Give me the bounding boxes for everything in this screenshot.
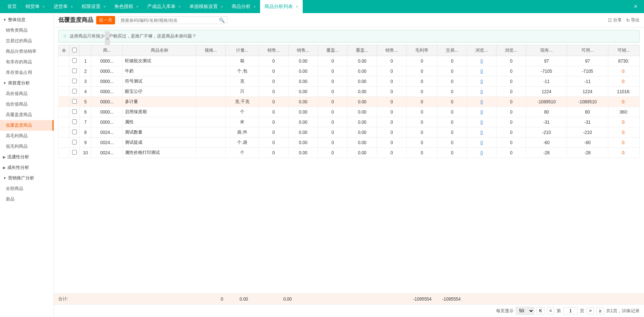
table-row: 8 0024... 测试数量 袋,件 0 0.00 0 0.00 0 0 0 0… <box>59 127 640 138</box>
sidebar-section-overall[interactable]: ▼ 整体信息 <box>0 15 54 25</box>
page-suffix: 页 <box>580 308 584 314</box>
nav-close-products[interactable]: × <box>178 4 181 9</box>
sidebar-section-marketing[interactable]: ▼ 营销推广分析 <box>0 173 54 183</box>
sidebar-item-low-value[interactable]: 低价值商品 <box>0 99 54 110</box>
row-checkbox[interactable] <box>72 150 77 155</box>
cell-browse1[interactable]: 0 <box>467 56 496 66</box>
sidebar-section-flow[interactable]: ▶ 流通性分析 <box>0 152 54 162</box>
sidebar-item-low-coverage[interactable]: 低覆盖度商品 <box>0 120 54 131</box>
cell-code: 0024... <box>91 138 123 148</box>
sidebar-item-all-goods[interactable]: 全部商品 <box>0 183 54 194</box>
browse-link[interactable]: 0 <box>480 79 483 84</box>
browse-link[interactable]: 0 <box>480 69 483 74</box>
cell-check[interactable] <box>70 87 80 97</box>
export-btn[interactable]: ↻ 导出 <box>626 17 640 23</box>
nav-item-products[interactable]: 产成品入库单 × <box>143 0 185 13</box>
browse-link[interactable]: 0 <box>480 130 483 135</box>
nav-item-roles[interactable]: 角色授权 × <box>110 0 143 13</box>
page-size-select[interactable]: 50 100 200 <box>516 307 534 315</box>
cell-check[interactable] <box>70 127 80 138</box>
cell-browse1[interactable]: 0 <box>467 127 496 138</box>
window-close-btn[interactable]: × <box>630 0 641 13</box>
cell-browse1[interactable]: 0 <box>467 87 496 97</box>
select-all-checkbox[interactable] <box>72 48 77 52</box>
nav-item-purchase[interactable]: 进货单 × <box>49 0 77 13</box>
top-navigation: 首页 销货单 × 进货单 × 权限设置 × 角色授权 × 产成品入库单 × 单据… <box>0 0 644 13</box>
cell-browse1[interactable]: 0 <box>467 97 496 107</box>
sidebar-section-cluster[interactable]: ▼ 类群度分析 <box>0 78 54 88</box>
row-checkbox[interactable] <box>72 140 77 144</box>
nav-item-analysis-list[interactable]: 商品分析列表 × <box>260 0 302 13</box>
cell-check[interactable] <box>70 148 80 158</box>
row-checkbox[interactable] <box>72 109 77 114</box>
sidebar-section-growth[interactable]: ▶ 成长性分析 <box>0 162 54 173</box>
nav-close-sales[interactable]: × <box>43 4 45 9</box>
browse-link[interactable]: 0 <box>480 59 483 64</box>
nav-close-analysis[interactable]: × <box>254 4 256 9</box>
nav-item-sales[interactable]: 销货单 × <box>21 0 49 13</box>
cell-browse1[interactable]: 0 <box>467 148 496 158</box>
cell-check[interactable] <box>70 76 80 87</box>
nav-item-home[interactable]: 首页 <box>3 0 21 13</box>
cell-browse1[interactable]: 0 <box>467 76 496 87</box>
nav-item-permissions[interactable]: 权限设置 × <box>77 0 110 13</box>
page-number-input[interactable] <box>563 307 578 314</box>
row-checkbox[interactable] <box>72 99 77 104</box>
sidebar-item-high-value[interactable]: 高价值商品 <box>0 88 54 99</box>
cell-browse1[interactable]: 0 <box>467 138 496 148</box>
cell-unit: 克 <box>225 76 259 87</box>
row-checkbox[interactable] <box>72 130 77 134</box>
row-checkbox[interactable] <box>72 68 77 73</box>
share-btn[interactable]: ☷ 分享 <box>608 17 622 23</box>
row-checkbox[interactable] <box>72 58 77 63</box>
nav-item-analysis[interactable]: 商品分析 × <box>227 0 260 13</box>
sidebar-item-high-profit[interactable]: 高毛利商品 <box>0 131 54 141</box>
cell-check[interactable] <box>70 66 80 76</box>
search-input[interactable] <box>121 18 219 23</box>
nav-close-analysis-list[interactable]: × <box>296 4 298 9</box>
cell-sales1: 0 <box>259 97 288 107</box>
sidebar-collapse-btn[interactable]: « <box>105 31 110 46</box>
last-page-btn[interactable]: ≥ <box>596 307 604 314</box>
browse-link[interactable]: 0 <box>480 140 483 145</box>
browse-link[interactable]: 0 <box>480 89 483 94</box>
browse-link[interactable]: 0 <box>480 120 483 125</box>
row-checkbox[interactable] <box>72 119 77 124</box>
cell-browse1[interactable]: 0 <box>467 66 496 76</box>
browse-link[interactable]: 0 <box>480 99 483 104</box>
browse-link[interactable]: 0 <box>480 150 483 155</box>
sidebar-item-in-stock[interactable]: 有库存的商品 <box>0 57 54 67</box>
cell-check[interactable] <box>70 107 80 117</box>
cell-check[interactable] <box>70 117 80 127</box>
sidebar-item-inventory-capital[interactable]: 库存资金占用 <box>0 67 54 78</box>
cell-check[interactable] <box>70 97 80 107</box>
sidebar-item-category-rate[interactable]: 商品分类动销率 <box>0 46 54 57</box>
first-page-btn[interactable]: K <box>537 307 545 314</box>
browse-link[interactable]: 0 <box>480 110 483 115</box>
cell-check[interactable] <box>70 138 80 148</box>
cell-unit: 米 <box>225 117 259 127</box>
nav-close-purchase[interactable]: × <box>71 4 73 9</box>
cell-check[interactable] <box>70 56 80 66</box>
filter-recent-month-btn[interactable]: 近一月 <box>96 16 115 24</box>
row-checkbox[interactable] <box>72 89 77 94</box>
cell-current: -210 <box>526 127 567 138</box>
next-page-btn[interactable]: > <box>586 307 594 314</box>
cell-browse1[interactable]: 0 <box>467 117 496 127</box>
cell-sales3: 0 <box>377 127 407 138</box>
cell-unit: 个 <box>225 148 259 158</box>
nav-item-templates[interactable]: 单据模板设置 × <box>185 0 227 13</box>
nav-close-templates[interactable]: × <box>221 4 223 9</box>
col-header-settings[interactable]: ⚙ <box>59 45 70 56</box>
nav-close-permissions[interactable]: × <box>103 4 106 9</box>
cell-browse1[interactable]: 0 <box>467 107 496 117</box>
cell-cover1: 0 <box>318 107 347 117</box>
row-checkbox[interactable] <box>72 79 77 83</box>
prev-page-btn[interactable]: < <box>547 307 554 314</box>
sidebar-item-low-profit[interactable]: 低毛利商品 <box>0 141 54 152</box>
sidebar-item-new-goods[interactable]: 新品 <box>0 194 54 205</box>
nav-close-roles[interactable]: × <box>136 4 138 9</box>
sidebar-item-sales-goods[interactable]: 销售类商品 <box>0 25 54 36</box>
sidebar-item-traded-goods[interactable]: 交易过的商品 <box>0 36 54 46</box>
sidebar-item-high-coverage[interactable]: 高覆盖度商品 <box>0 110 54 120</box>
